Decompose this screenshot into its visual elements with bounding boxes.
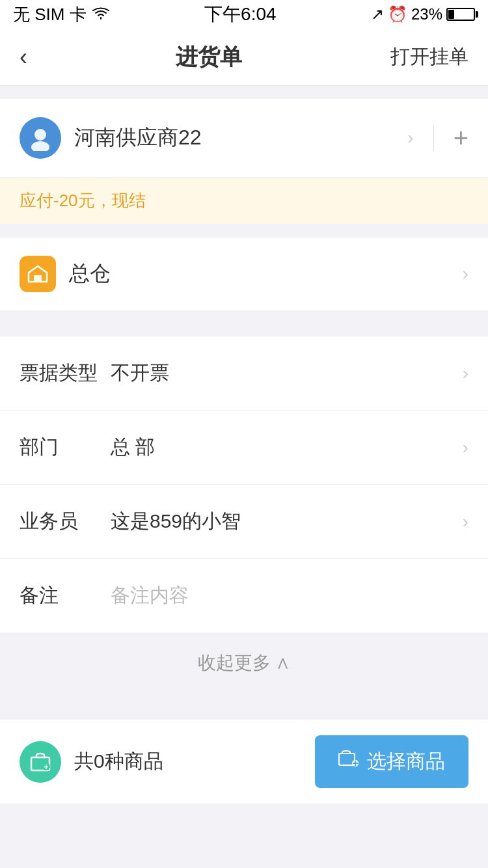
warehouse-name: 总仓 — [69, 260, 463, 288]
status-right: ↗ ⏰ 23% — [371, 5, 475, 23]
invoice-chevron-icon: › — [463, 363, 468, 384]
section-gap-2 — [0, 224, 488, 237]
section-gap-1 — [0, 86, 488, 99]
dept-row[interactable]: 部门 总 部 › — [0, 411, 488, 485]
svg-text:+: + — [44, 762, 48, 771]
dept-label: 部门 — [20, 434, 111, 461]
location-icon: ↗ — [371, 5, 384, 23]
supplier-name: 河南供应商22 — [74, 124, 407, 152]
select-product-label: 选择商品 — [367, 748, 445, 775]
notice-text: 应付-20元，现结 — [20, 191, 146, 210]
warehouse-section: 总仓 › — [0, 237, 488, 310]
section-gap-3 — [0, 310, 488, 323]
supplier-section: 河南供应商22 › + 应付-20元，现结 — [0, 99, 488, 224]
form-section: 票据类型 不开票 › 部门 总 部 › 业务员 这是859的小智 › 备注 备注… — [0, 336, 488, 632]
open-pending-button[interactable]: 打开挂单 — [390, 44, 468, 70]
svg-rect-2 — [34, 275, 42, 282]
invoice-label: 票据类型 — [20, 360, 111, 387]
invoice-row[interactable]: 票据类型 不开票 › — [0, 336, 488, 411]
supplier-chevron-icon: › — [407, 128, 413, 148]
battery-icon — [446, 8, 475, 21]
sales-chevron-icon: › — [463, 511, 468, 532]
section-gap-4 — [0, 694, 488, 707]
warehouse-icon — [20, 256, 56, 292]
page-content: 河南供应商22 › + 应付-20元，现结 总仓 › 票据类型 不开票 — [0, 86, 488, 868]
product-icon: + — [20, 741, 61, 783]
back-button[interactable]: ‹ — [20, 44, 27, 71]
page-title: 进货单 — [176, 42, 242, 72]
carrier-text: 无 SIM 卡 — [13, 3, 87, 26]
status-left: 无 SIM 卡 — [13, 3, 110, 26]
remark-label: 备注 — [20, 582, 111, 609]
dept-value: 总 部 — [111, 434, 463, 461]
add-button[interactable]: + — [454, 124, 468, 153]
warehouse-chevron-icon: › — [463, 264, 468, 284]
svg-point-1 — [31, 141, 49, 151]
sales-label: 业务员 — [20, 508, 111, 535]
remark-placeholder[interactable]: 备注内容 — [111, 582, 468, 609]
product-section: + 共0种商品 选择商品 — [0, 720, 488, 804]
product-count: 共0种商品 — [74, 748, 315, 775]
alarm-icon: ⏰ — [388, 5, 407, 23]
status-time: 下午6:04 — [204, 2, 277, 27]
select-product-icon — [338, 750, 359, 773]
supplier-row[interactable]: 河南供应商22 › + — [0, 99, 488, 178]
battery-percent: 23% — [411, 5, 442, 23]
status-bar: 无 SIM 卡 下午6:04 ↗ ⏰ 23% — [0, 0, 488, 29]
warehouse-row[interactable]: 总仓 › — [0, 237, 488, 310]
collapse-label: 收起更多 ∧ — [198, 653, 291, 673]
sales-row[interactable]: 业务员 这是859的小智 › — [0, 485, 488, 559]
sales-value: 这是859的小智 — [111, 508, 463, 535]
supplier-avatar — [20, 117, 61, 159]
remark-row[interactable]: 备注 备注内容 — [0, 559, 488, 632]
select-product-button[interactable]: 选择商品 — [315, 735, 468, 788]
nav-bar: ‹ 进货单 打开挂单 — [0, 29, 488, 86]
supplier-divider — [433, 125, 434, 151]
notice-bar: 应付-20元，现结 — [0, 178, 488, 224]
wifi-icon — [92, 5, 110, 25]
svg-point-0 — [34, 129, 46, 141]
collapse-bar[interactable]: 收起更多 ∧ — [0, 632, 488, 694]
invoice-value: 不开票 — [111, 360, 463, 387]
dept-chevron-icon: › — [463, 437, 468, 458]
